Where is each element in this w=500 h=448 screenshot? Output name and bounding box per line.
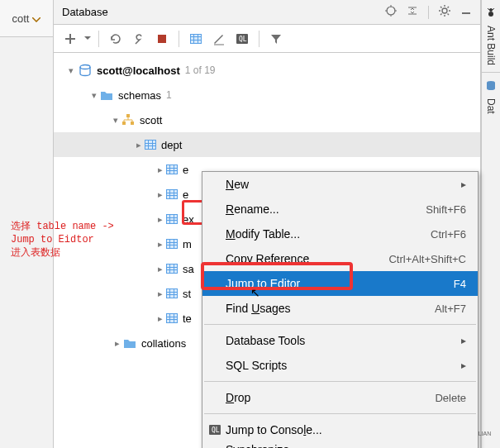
chevron-down-icon: ▾ — [65, 65, 77, 76]
panel-header: Database — [54, 0, 480, 25]
tree-label: te — [183, 312, 192, 325]
wrench-button[interactable] — [129, 29, 149, 49]
tree-label: m — [183, 238, 192, 250]
svg-point-32 — [489, 8, 493, 12]
table-view-icon[interactable] — [186, 29, 206, 49]
svg-rect-24 — [126, 114, 130, 117]
separator — [204, 413, 476, 414]
tree-label: schemas — [118, 89, 161, 102]
svg-rect-25 — [122, 122, 126, 125]
rail-ant-build[interactable]: Ant Build — [482, 0, 500, 73]
minimize-icon[interactable] — [460, 5, 472, 19]
separator — [204, 381, 476, 382]
menu-item-jump-to-editor[interactable]: Jump to EditorF4 — [202, 271, 478, 296]
tree-count: 1 — [166, 89, 172, 101]
chevron-right-icon: ▸ — [155, 288, 166, 299]
tree-label: ex — [183, 213, 194, 226]
ant-icon — [485, 7, 497, 21]
panel-title: Database — [62, 6, 385, 18]
svg-line-33 — [488, 8, 489, 10]
collapse-icon[interactable] — [407, 5, 418, 19]
tree-row-schemas[interactable]: ▾ schemas 1 — [54, 83, 480, 107]
table-icon — [166, 313, 178, 323]
chevron-down-icon — [32, 12, 40, 25]
menu-item-database-tools[interactable]: Database Tools▸ — [202, 328, 478, 353]
menu-item-synchronize[interactable]: Synchronize — [202, 442, 478, 448]
left-dropdown-label: cott — [12, 12, 30, 25]
table-icon — [166, 214, 178, 224]
chevron-right-icon: ▸ — [133, 140, 145, 150]
chevron-right-icon: ▸ — [155, 214, 166, 225]
console-icon: QL — [207, 424, 222, 436]
folder-icon — [123, 337, 136, 349]
database-icon — [77, 63, 92, 78]
rail-database[interactable]: Dat — [482, 73, 500, 121]
tree-row-dept[interactable]: ▸ dept — [54, 132, 480, 157]
chevron-right-icon: ▸ — [155, 189, 166, 200]
chevron-right-icon: ▸ — [461, 360, 466, 371]
add-dropdown-icon[interactable] — [83, 29, 92, 49]
menu-item-drop[interactable]: DropDelete — [202, 385, 478, 410]
svg-line-14 — [448, 7, 450, 8]
filter-icon[interactable] — [266, 29, 286, 49]
svg-line-12 — [440, 7, 442, 8]
add-button[interactable] — [60, 29, 80, 49]
table-icon — [145, 140, 156, 150]
tree-label: dept — [161, 139, 182, 151]
console-icon[interactable]: QL — [232, 29, 252, 49]
chevron-right-icon: ▸ — [461, 179, 466, 190]
svg-text:QL: QL — [239, 36, 247, 43]
tree-label: scott — [140, 114, 162, 126]
svg-point-7 — [442, 8, 447, 13]
schema-icon — [121, 113, 135, 126]
separator — [428, 6, 429, 19]
svg-point-31 — [488, 12, 493, 17]
refresh-button[interactable] — [106, 29, 126, 49]
separator — [98, 31, 99, 47]
tree-label: collations — [141, 337, 186, 350]
edit-icon[interactable] — [209, 29, 229, 49]
chevron-right-icon: ▸ — [155, 239, 166, 250]
table-icon — [166, 264, 178, 274]
left-dropdown[interactable]: cott — [0, 0, 53, 37]
tree-row-connection[interactable]: ▾ scott@localhost 1 of 19 — [54, 58, 480, 83]
svg-rect-26 — [131, 122, 134, 125]
separator — [204, 324, 476, 325]
chevron-down-icon: ▾ — [110, 115, 121, 126]
stop-button[interactable] — [152, 29, 172, 49]
folder-icon — [100, 89, 113, 101]
menu-item-find-usages[interactable]: Find UsagesAlt+F7 — [202, 296, 478, 321]
svg-line-15 — [440, 14, 442, 16]
svg-rect-19 — [158, 35, 166, 43]
tree-label: scott@localhost — [97, 64, 180, 77]
annotation-text: 选择 table name -> Jump to Eidtor 进入表数据 — [11, 220, 114, 260]
table-icon — [166, 239, 178, 249]
svg-point-23 — [80, 65, 90, 69]
menu-item-sql-scripts[interactable]: SQL Scripts▸ — [202, 353, 478, 378]
database-icon — [485, 79, 497, 93]
menu-item-rename[interactable]: Rename...Shift+F6 — [202, 197, 478, 222]
svg-line-13 — [448, 14, 450, 16]
target-icon[interactable] — [385, 5, 397, 19]
chevron-right-icon: ▸ — [112, 338, 123, 349]
rail-label: Dat — [485, 98, 497, 114]
rail-label: Ant Build — [485, 26, 497, 65]
menu-item-copy-reference[interactable]: Copy ReferenceCtrl+Alt+Shift+C — [202, 246, 478, 271]
menu-item-jump-to-console[interactable]: QL Jump to Console... — [202, 417, 478, 442]
separator — [179, 31, 179, 47]
menu-item-new[interactable]: New▸ — [202, 172, 478, 197]
chevron-right-icon: ▸ — [155, 164, 166, 175]
gear-icon[interactable] — [439, 5, 450, 19]
right-rail: Ant Build Dat — [481, 0, 500, 448]
tree-label: st — [183, 288, 191, 300]
chevron-right-icon: ▸ — [461, 335, 466, 346]
table-icon — [166, 164, 178, 174]
chevron-down-icon: ▾ — [88, 90, 100, 101]
svg-text:QL: QL — [212, 427, 220, 434]
chevron-right-icon: ▸ — [155, 264, 166, 274]
menu-item-modify-table[interactable]: Modify Table...Ctrl+F6 — [202, 222, 478, 246]
table-icon — [166, 288, 178, 298]
tree-row-schema-scott[interactable]: ▾ scott — [54, 107, 480, 132]
separator — [259, 31, 260, 47]
tree-label: sa — [183, 263, 194, 275]
